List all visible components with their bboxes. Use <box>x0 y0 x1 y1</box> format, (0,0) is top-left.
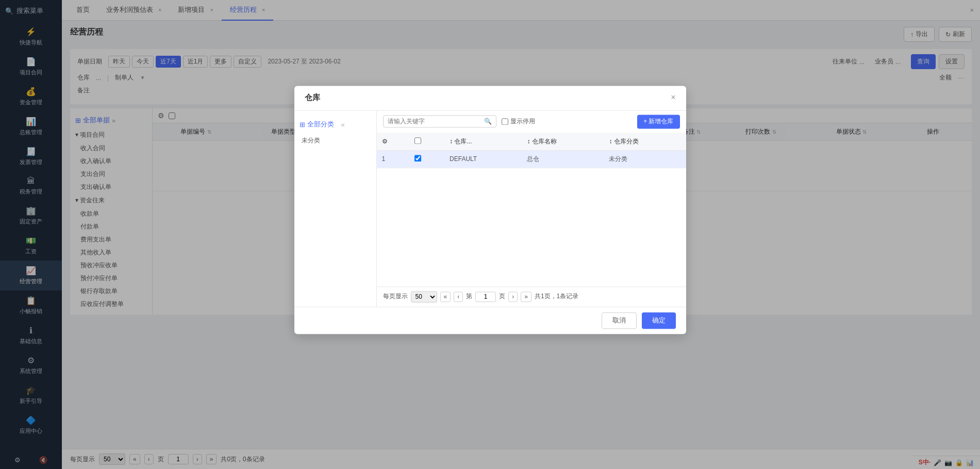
modal-search-box[interactable]: 🔍 <box>383 115 496 127</box>
modal-page-size-label: 每页显示 <box>383 292 408 301</box>
modal-prev-page[interactable]: ‹ <box>454 292 463 302</box>
modal-table-wrap: ⚙ ↕ 仓库... ↕ 仓库名称 ↕ 仓库分类 1 DEFAULT 总仓 <box>377 133 686 286</box>
modal-left-item-label: 未分类 <box>302 137 320 144</box>
modal-body: ⊞ 全部分类 « 未分类 🔍 显示停用 + 新增仓库 <box>294 110 686 306</box>
modal-header: 仓库 × <box>294 86 686 110</box>
row-checkbox[interactable] <box>414 155 421 161</box>
modal-left-title: 全部分类 <box>307 120 334 129</box>
modal-first-page[interactable]: « <box>440 292 451 302</box>
modal-left-item-unclassified[interactable]: 未分类 <box>294 134 376 148</box>
modal-search-icon: 🔍 <box>484 118 492 125</box>
modal-bottom: 每页显示 10 20 50 100 « ‹ 第 页 › » 共1页，1条记录 <box>377 286 686 306</box>
modal-select-all[interactable] <box>414 137 421 144</box>
modal-close-button[interactable]: × <box>671 93 675 102</box>
modal-right-panel: 🔍 显示停用 + 新增仓库 ⚙ ↕ 仓库... ↕ 仓库名称 <box>377 110 686 306</box>
modal-page-input[interactable] <box>475 292 496 302</box>
modal-col-code[interactable]: ↕ 仓库... <box>444 133 522 151</box>
modal-confirm-button[interactable]: 确定 <box>642 312 676 329</box>
modal-page-label: 第 <box>466 292 472 301</box>
modal-col-name[interactable]: ↕ 仓库名称 <box>522 133 604 151</box>
modal-last-page[interactable]: » <box>521 292 531 302</box>
show-disabled-checkbox[interactable]: 显示停用 <box>502 117 535 126</box>
show-disabled-input[interactable] <box>502 118 508 125</box>
row-category: 未分类 <box>604 150 686 168</box>
modal-total: 共1页，1条记录 <box>535 292 578 301</box>
modal-pagination: 每页显示 10 20 50 100 « ‹ 第 页 › » 共1页，1条记录 <box>377 286 686 306</box>
modal-page-size-select[interactable]: 10 20 50 100 <box>411 291 437 302</box>
modal-left-header[interactable]: ⊞ 全部分类 « <box>294 116 376 134</box>
add-warehouse-button[interactable]: + 新增仓库 <box>637 115 679 128</box>
row-name: 总仓 <box>522 150 604 168</box>
row-index: 1 <box>377 150 410 168</box>
modal-table: ⚙ ↕ 仓库... ↕ 仓库名称 ↕ 仓库分类 1 DEFAULT 总仓 <box>377 133 686 168</box>
modal-col-checkbox <box>409 133 444 151</box>
modal-toolbar: 🔍 显示停用 + 新增仓库 <box>377 110 686 133</box>
modal-left-panel: ⊞ 全部分类 « 未分类 <box>294 110 377 306</box>
modal-cancel-button[interactable]: 取消 <box>602 312 637 329</box>
modal-next-page[interactable]: › <box>508 292 518 302</box>
warehouse-modal: 仓库 × ⊞ 全部分类 « 未分类 🔍 显示停用 <box>294 86 686 334</box>
modal-title: 仓库 <box>305 93 320 103</box>
modal-page-suffix: 页 <box>499 292 505 301</box>
modal-col-settings[interactable]: ⚙ <box>377 133 410 151</box>
modal-col-category[interactable]: ↕ 仓库分类 <box>604 133 686 151</box>
modal-collapse-btn[interactable]: « <box>336 119 350 131</box>
modal-footer: 取消 确定 <box>294 306 686 334</box>
row-code: DEFAULT <box>444 150 522 168</box>
show-disabled-label: 显示停用 <box>510 117 535 126</box>
modal-table-row[interactable]: 1 DEFAULT 总仓 未分类 <box>377 150 686 168</box>
modal-grid-icon: ⊞ <box>300 121 305 128</box>
modal-search-input[interactable] <box>388 118 482 125</box>
